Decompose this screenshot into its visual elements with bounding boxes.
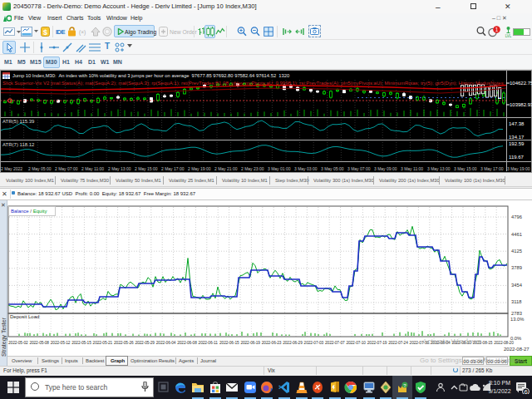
svg-text:6: 6: [524, 388, 527, 394]
svg-text:$: $: [43, 28, 47, 37]
svg-text:LVL: LVL: [505, 34, 512, 37]
svg-text:1: 1: [495, 27, 499, 32]
